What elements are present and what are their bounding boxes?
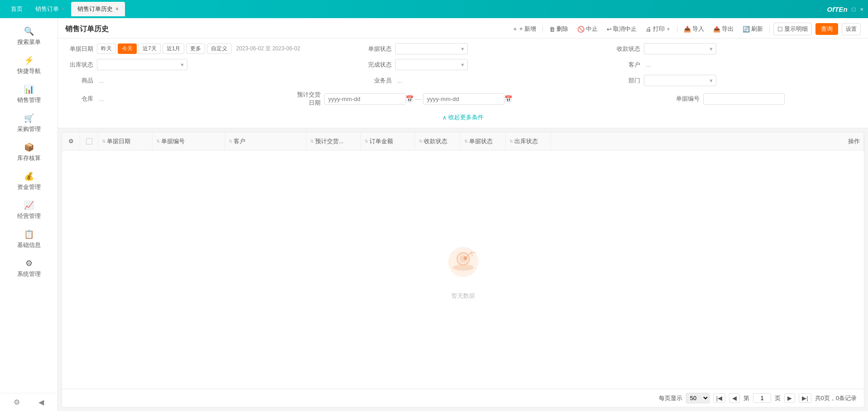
department-select[interactable] [644, 75, 716, 86]
order-status-select[interactable] [395, 43, 468, 54]
query-button[interactable]: 查询 [815, 23, 838, 35]
delivery-date-col: 预计交货日期 📅 — 📅 [293, 91, 671, 107]
new-button[interactable]: ＋ + 新增 [509, 24, 539, 34]
delivery-date-end-input[interactable] [423, 93, 504, 105]
th-customer[interactable]: ⇅ 客户 [225, 132, 307, 150]
delete-icon: 🗑 [549, 26, 555, 33]
date-control: 昨天 今天 近7天 近1月 更多 自定义 2023-06-02 至 2023-0… [97, 44, 364, 54]
print-button[interactable]: 🖨 打印 ▼ [643, 24, 673, 34]
empty-state: 暂无数据 [62, 150, 864, 389]
close-sales-order-history-icon[interactable]: × [115, 6, 119, 12]
salesperson-dots[interactable]: ... [395, 77, 404, 84]
topbar-restore[interactable]: □ [852, 6, 856, 13]
next-page-btn[interactable]: ▶ [784, 393, 795, 403]
tab-home-label: 首页 [11, 5, 23, 13]
display-cols-button[interactable]: ☐ 显示明细 [773, 23, 812, 35]
cancel-stop-button[interactable]: ↩ 取消中止 [604, 24, 639, 34]
date-btn-custom[interactable]: 自定义 [207, 44, 231, 54]
new-label: + 新增 [519, 25, 536, 33]
collapse-button[interactable]: ∧ 收起更多条件 [442, 113, 484, 121]
sidebar-item-purchase[interactable]: 🛒 采购管理 [0, 109, 58, 138]
page-prefix-label: 第 [743, 394, 749, 402]
stop-label: 中止 [586, 25, 598, 33]
tab-sales-order-history[interactable]: 销售订单历史 × [71, 2, 125, 16]
delivery-date-start-input[interactable] [324, 93, 406, 105]
new-icon: ＋ [512, 25, 518, 33]
th-delivery[interactable]: ⇅ 预计交货... [307, 132, 361, 150]
date-btn-7days[interactable]: 近7天 [139, 44, 161, 54]
tab-sales-order[interactable]: 销售订单 × [29, 2, 71, 16]
sales-icon: 📊 [24, 84, 34, 94]
sort-warehouse-icon: ⇅ [509, 139, 513, 144]
calendar-start-icon[interactable]: 📅 [406, 95, 413, 102]
th-order-no[interactable]: ⇅ 单据编号 [153, 132, 225, 150]
date-label: 单据日期 [65, 45, 97, 53]
warehouse-status-select[interactable] [97, 59, 187, 70]
topbar-close[interactable]: × [860, 6, 863, 13]
sidebar-item-operations[interactable]: 📈 经营管理 [0, 196, 58, 225]
first-page-btn[interactable]: |◀ [713, 393, 725, 403]
filter-row-1: 单据日期 昨天 今天 近7天 近1月 更多 自定义 2023-06-02 至 2… [65, 43, 861, 54]
date-btn-today[interactable]: 今天 [118, 44, 137, 54]
calendar-end-icon[interactable]: 📅 [504, 95, 512, 102]
sidebar-item-system[interactable]: ⚙ 系统管理 [0, 254, 58, 283]
th-payment-status[interactable]: ⇅ 收款状态 [415, 132, 460, 150]
print-label: 打印 [653, 25, 665, 33]
th-settings[interactable]: ⚙ [62, 132, 80, 150]
stop-button[interactable]: 🚫 中止 [575, 24, 600, 34]
sidebar-item-sales[interactable]: 📊 销售管理 [0, 80, 58, 109]
sidebar-item-basic-info[interactable]: 📋 基础信息 [0, 225, 58, 254]
topbar-right: OfTEn □ × [827, 5, 863, 13]
settings-button[interactable]: 设置 [842, 23, 861, 35]
payment-status-col: 收款状态 ▼ [612, 43, 861, 54]
import-button[interactable]: 📥 导入 [681, 24, 707, 34]
customer-col: 客户 ... [612, 61, 861, 69]
tab-home[interactable]: 首页 [5, 2, 29, 16]
department-col: 部门 ▼ [612, 75, 861, 86]
sidebar-settings-icon[interactable]: ⚙ [14, 398, 20, 406]
table-header: ⚙ ⇅ 单据日期 ⇅ 单据编号 ⇅ 客户 ⇅ [62, 132, 864, 150]
prev-page-btn[interactable]: ◀ [729, 393, 740, 403]
payment-status-select[interactable] [644, 43, 716, 54]
date-btn-1month[interactable]: 近1月 [163, 44, 185, 54]
th-amount[interactable]: ⇅ 订单金额 [361, 132, 415, 150]
filter-row-4: 仓库 ... 预计交货日期 📅 — 📅 单据编号 [65, 91, 861, 107]
sidebar-item-search[interactable]: 🔍 搜索菜单 [0, 22, 58, 51]
toolbar: ＋ + 新增 🗑 删除 🚫 中止 ↩ 取消中止 🖨 [509, 23, 861, 35]
per-page-select[interactable]: 50 10 20 100 [686, 393, 710, 403]
purchase-icon: 🛒 [24, 113, 34, 123]
order-no-input[interactable] [703, 93, 785, 105]
divider2 [677, 25, 677, 33]
date-btn-more[interactable]: 更多 [186, 44, 205, 54]
delete-button[interactable]: 🗑 删除 [547, 24, 571, 34]
stop-icon: 🚫 [577, 26, 585, 33]
goods-dots[interactable]: ... [97, 77, 106, 84]
filter-area: 单据日期 昨天 今天 近7天 近1月 更多 自定义 2023-06-02 至 2… [58, 39, 868, 128]
export-button[interactable]: 📤 导出 [710, 24, 736, 34]
complete-status-select[interactable] [395, 59, 468, 70]
settings-col-icon: ⚙ [68, 138, 74, 145]
last-page-btn[interactable]: ▶| [799, 393, 811, 403]
delete-label: 删除 [556, 25, 568, 33]
sidebar-item-quick-nav[interactable]: ⚡ 快捷导航 [0, 51, 58, 80]
page-number-input[interactable] [753, 393, 771, 403]
date-btn-yesterday[interactable]: 昨天 [97, 44, 116, 54]
warehouse-dots[interactable]: ... [97, 95, 106, 102]
customer-dots[interactable]: ... [644, 61, 653, 68]
sidebar-collapse-icon[interactable]: ◀ [38, 398, 44, 406]
header-checkbox[interactable] [86, 138, 92, 145]
sidebar-item-inventory[interactable]: 📦 库存核算 [0, 138, 58, 167]
quick-nav-icon: ⚡ [24, 55, 34, 65]
refresh-button[interactable]: 🔄 刷新 [740, 24, 766, 34]
date-filter-col: 单据日期 昨天 今天 近7天 近1月 更多 自定义 2023-06-02 至 2… [65, 44, 364, 54]
th-warehouse-status[interactable]: ⇅ 出库状态 [506, 132, 551, 150]
page-suffix-label: 页 [775, 394, 781, 402]
th-checkbox[interactable] [80, 132, 98, 150]
sidebar-footer: ⚙ ◀ [0, 393, 58, 411]
th-order-status[interactable]: ⇅ 单据状态 [460, 132, 506, 150]
sidebar-item-finance[interactable]: 💰 资金管理 [0, 167, 58, 196]
delivery-date-label: 预计交货日期 [293, 91, 324, 107]
th-action: 操作 [551, 132, 864, 150]
th-date[interactable]: ⇅ 单据日期 [98, 132, 153, 150]
close-sales-order-icon[interactable]: × [62, 6, 65, 12]
